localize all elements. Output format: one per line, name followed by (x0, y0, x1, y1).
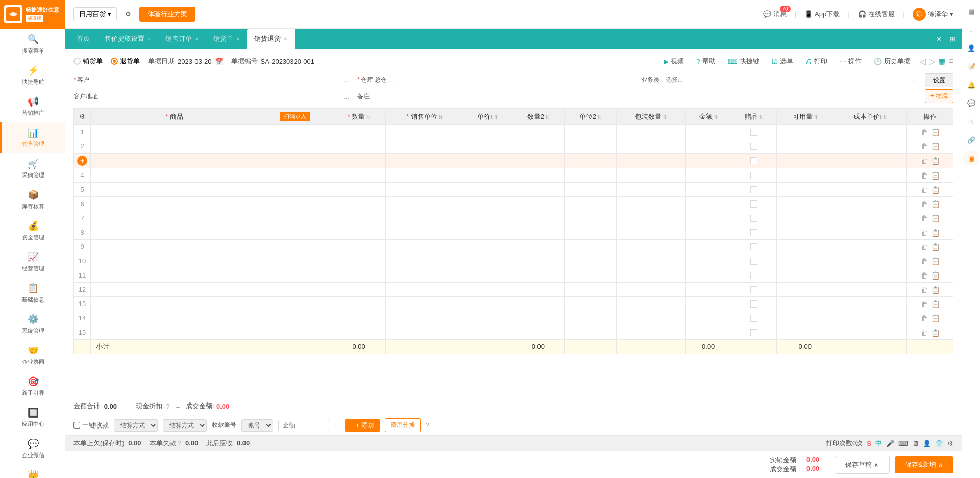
gift-checkbox-8[interactable] (750, 229, 757, 236)
next-icon[interactable]: ▷ (929, 57, 935, 66)
copy-icon-15[interactable]: 📋 (931, 329, 940, 337)
row-9-qty[interactable] (332, 240, 386, 254)
tab-售价提取设置[interactable]: 售价提取设置× (97, 29, 158, 49)
row-7-gift[interactable] (731, 211, 776, 225)
row-15-unit[interactable] (385, 325, 463, 340)
copy-icon-5[interactable]: 📋 (931, 186, 940, 194)
right-sidebar-chat-icon[interactable]: 💬 (964, 96, 978, 110)
message-button[interactable]: 💬 消息 70 (763, 10, 787, 19)
one-click-checkbox-label[interactable]: 一键收款 (74, 421, 109, 430)
calendar-icon[interactable]: 📅 (215, 58, 223, 65)
delete-icon-2[interactable]: 🗑 (921, 142, 928, 150)
row-13-unit2[interactable] (564, 297, 616, 311)
row-11-unit[interactable] (385, 268, 463, 283)
right-sidebar-bell-icon[interactable]: 🔔 (964, 78, 978, 92)
right-sidebar-list-view[interactable]: ≡ (964, 22, 978, 37)
tab-close-2[interactable]: × (195, 36, 198, 42)
row-12-unit2[interactable] (564, 283, 616, 297)
row-14-amount[interactable] (685, 311, 731, 325)
row-7-product[interactable] (91, 211, 258, 225)
row-4-qty2[interactable] (512, 168, 564, 183)
row-5-price[interactable] (463, 183, 512, 197)
row-15-available[interactable] (776, 325, 834, 340)
row-9-pack[interactable] (616, 240, 685, 254)
th-settings[interactable]: ⚙ (74, 109, 91, 125)
row-12-qty2[interactable] (512, 283, 564, 297)
row-3-unit2[interactable] (564, 154, 616, 168)
copy-icon-14[interactable]: 📋 (931, 314, 940, 322)
row-8-gift[interactable] (731, 225, 776, 240)
delete-icon-10[interactable]: 🗑 (921, 257, 928, 265)
row-15-qty2[interactable] (512, 325, 564, 340)
row-13-product[interactable] (91, 297, 258, 311)
row-1-cost[interactable] (834, 125, 906, 139)
copy-icon-12[interactable]: 📋 (931, 286, 940, 294)
close-tab-button[interactable]: ✕ (934, 33, 944, 45)
setup-button[interactable]: 设置 (925, 73, 953, 87)
row-9-product[interactable] (91, 240, 258, 254)
sidebar-item-purchase[interactable]: 🛒 采购管理 (0, 153, 65, 184)
row-4-cost[interactable] (834, 168, 906, 183)
tshirt-icon[interactable]: 👕 (935, 440, 943, 447)
row-14-unit[interactable] (385, 311, 463, 325)
row-3-pack[interactable] (616, 154, 685, 168)
row-3-available[interactable] (776, 154, 834, 168)
radio-sale[interactable]: 销货单 (74, 57, 103, 66)
row-14-price[interactable] (463, 311, 512, 325)
row-10-available[interactable] (776, 254, 834, 268)
row-2-qty[interactable] (332, 139, 386, 154)
row-15-pack[interactable] (616, 325, 685, 340)
row-12-product[interactable] (91, 283, 258, 297)
product-input-3[interactable] (94, 157, 255, 165)
monitor-icon[interactable]: 🖥 (912, 440, 919, 447)
row-13-pack[interactable] (616, 297, 685, 311)
row-6-qty[interactable] (332, 197, 386, 211)
copy-icon-2[interactable]: 📋 (931, 142, 940, 150)
row-15-unit2[interactable] (564, 325, 616, 340)
row-10-qty[interactable] (332, 254, 386, 268)
row-7-price[interactable] (463, 211, 512, 225)
row-2-gift[interactable] (731, 139, 776, 154)
tab-销货单[interactable]: 销货单× (206, 29, 247, 49)
row-1-unit2[interactable] (564, 125, 616, 139)
gift-checkbox-13[interactable] (750, 300, 757, 308)
row-14-unit2[interactable] (564, 311, 616, 325)
row-10-cost[interactable] (834, 254, 906, 268)
row-1-pack[interactable] (616, 125, 685, 139)
row-4-amount[interactable] (685, 168, 731, 183)
fee-split-button[interactable]: 费用分摊 (385, 418, 421, 432)
address-dots[interactable]: ... (344, 93, 349, 100)
row-6-gift[interactable] (731, 197, 776, 211)
note-input[interactable] (373, 91, 917, 102)
row-2-unit2[interactable] (564, 139, 616, 154)
row-13-available[interactable] (776, 297, 834, 311)
tab-close-1[interactable]: × (148, 36, 151, 42)
copy-icon-8[interactable]: 📋 (931, 229, 940, 237)
copy-icon-13[interactable]: 📋 (931, 300, 940, 308)
row-6-price[interactable] (463, 197, 512, 211)
gift-checkbox-2[interactable] (750, 143, 757, 150)
sidebar-item-system[interactable]: ⚙️ 系统管理 (0, 309, 65, 340)
row-15-product[interactable] (91, 325, 258, 340)
gift-checkbox-11[interactable] (750, 272, 757, 279)
row-7-unit[interactable] (385, 211, 463, 225)
row-5-pack[interactable] (616, 183, 685, 197)
row-15-amount[interactable] (685, 325, 731, 340)
row-4-unit[interactable] (385, 168, 463, 183)
row-13-qty[interactable] (332, 297, 386, 311)
gift-checkbox-3[interactable] (750, 157, 757, 164)
row-10-gift[interactable] (731, 254, 776, 268)
item-owe-help[interactable]: ? (178, 439, 181, 447)
copy-icon-1[interactable]: 📋 (931, 128, 940, 136)
industry-selector[interactable]: 日用百货 ▾ (74, 7, 117, 21)
expand-tab-button[interactable]: ⊞ (948, 33, 958, 45)
trial-button[interactable]: 体验行业方案 (139, 7, 195, 22)
row-6-pack[interactable] (616, 197, 685, 211)
row-14-pack[interactable] (616, 311, 685, 325)
row-10-unit2[interactable] (564, 254, 616, 268)
row-7-unit2[interactable] (564, 211, 616, 225)
row-12-unit[interactable] (385, 283, 463, 297)
copy-icon-4[interactable]: 📋 (931, 171, 940, 180)
copy-icon-7[interactable]: 📋 (931, 214, 940, 222)
row-15-cost[interactable] (834, 325, 906, 340)
